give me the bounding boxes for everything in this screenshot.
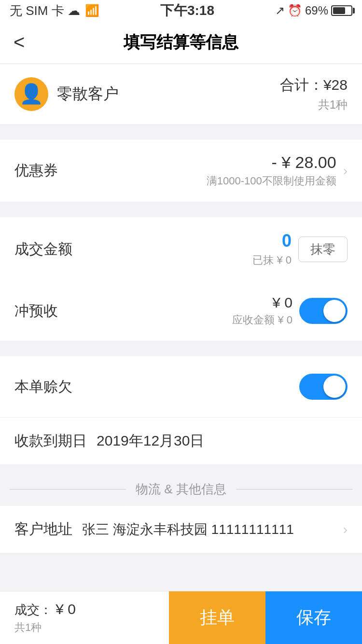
transaction-value-block: 0 已抹 ¥ 0 xyxy=(252,231,292,267)
coupon-label: 优惠券 xyxy=(14,161,58,181)
total-count: 共1种 xyxy=(280,97,348,112)
bottom-deal-amount: ¥ 0 xyxy=(56,601,76,617)
coupon-value-block: - ¥ 28.00 满1000-100不限制使用金额 xyxy=(207,153,336,188)
coupon-row[interactable]: 优惠券 - ¥ 28.00 满1000-100不限制使用金额 › xyxy=(0,140,362,202)
nav-bar: < 填写结算等信息 xyxy=(0,21,362,64)
debt-toggle[interactable] xyxy=(299,374,348,400)
logistics-label: 物流 & 其他信息 xyxy=(136,481,226,498)
hold-button[interactable]: 挂单 xyxy=(169,591,265,644)
back-button[interactable]: < xyxy=(14,31,25,53)
sim-label: 无 SIM 卡 ☁ xyxy=(10,2,80,19)
address-value: 张三 海淀永丰科技园 11111111111 xyxy=(82,520,343,539)
debt-section: 本单赊欠 收款到期日 2019年12月30日 xyxy=(0,356,362,464)
prepay-values: ¥ 0 应收金额 ¥ 0 xyxy=(232,294,292,327)
bottom-info: 成交： ¥ 0 共1种 xyxy=(0,601,169,635)
customer-left: 👤 零散客户 xyxy=(14,77,119,111)
avatar: 👤 xyxy=(14,77,48,111)
main-content: 👤 零散客户 合计：¥28 共1种 优惠券 - ¥ 28.00 满1000-10… xyxy=(0,64,362,644)
transaction-sub: 已抹 ¥ 0 xyxy=(252,253,292,267)
status-time: 下午3:18 xyxy=(160,1,214,20)
divider-1 xyxy=(0,132,362,140)
battery-icon xyxy=(331,5,352,16)
bottom-deal-label: 成交： xyxy=(14,602,52,617)
debt-toggle-circle xyxy=(323,376,346,398)
battery-fill xyxy=(333,7,345,14)
bottom-count: 共1种 xyxy=(14,620,154,635)
chevron-right-icon: › xyxy=(343,163,348,179)
transaction-row: 成交金额 0 已抹 ¥ 0 抹零 xyxy=(0,217,362,281)
save-button[interactable]: 保存 xyxy=(265,591,362,644)
coupon-right: - ¥ 28.00 满1000-100不限制使用金额 › xyxy=(207,153,348,188)
round-button[interactable]: 抹零 xyxy=(298,237,348,262)
status-bar: 无 SIM 卡 ☁ 📶 下午3:18 ↗ ⏰ 69% xyxy=(0,0,362,21)
customer-name: 零散客户 xyxy=(57,84,119,105)
address-section: 客户地址 张三 海淀永丰科技园 11111111111 › xyxy=(0,506,362,553)
transaction-label: 成交金额 xyxy=(14,239,72,259)
avatar-icon: 👤 xyxy=(19,83,43,105)
battery-percent: 69% xyxy=(305,4,328,17)
transaction-section: 成交金额 0 已抹 ¥ 0 抹零 冲预收 ¥ 0 应收金额 ¥ 0 xyxy=(0,217,362,341)
prepay-desc: 应收金额 ¥ 0 xyxy=(232,313,292,327)
location-icon: ↗ xyxy=(275,4,285,17)
logistics-divider: 物流 & 其他信息 xyxy=(0,472,362,506)
prepay-amount: ¥ 0 xyxy=(232,294,292,311)
coupon-amount: - ¥ 28.00 xyxy=(207,153,336,172)
prepay-label: 冲预收 xyxy=(14,301,58,321)
prepay-right: ¥ 0 应收金额 ¥ 0 xyxy=(232,294,348,327)
due-date-value: 2019年12月30日 xyxy=(97,431,204,451)
customer-right: 合计：¥28 共1种 xyxy=(280,75,348,112)
coupon-desc: 满1000-100不限制使用金额 xyxy=(207,174,336,188)
transaction-value[interactable]: 0 xyxy=(252,231,292,251)
divider-3 xyxy=(0,349,362,356)
address-row[interactable]: 客户地址 张三 海淀永丰科技园 11111111111 › xyxy=(0,506,362,553)
total-price: 合计：¥28 xyxy=(280,75,348,95)
status-right: ↗ ⏰ 69% xyxy=(275,4,352,17)
prepay-toggle[interactable] xyxy=(299,298,348,324)
coupon-section: 优惠券 - ¥ 28.00 满1000-100不限制使用金额 › xyxy=(0,140,362,202)
alarm-icon: ⏰ xyxy=(288,4,302,17)
bottom-bar: 成交： ¥ 0 共1种 挂单 保存 xyxy=(0,591,362,644)
toggle-circle xyxy=(323,300,346,322)
debt-row: 本单赊欠 xyxy=(0,356,362,418)
debt-label: 本单赊欠 xyxy=(14,377,72,397)
bottom-deal: 成交： ¥ 0 xyxy=(14,601,154,618)
customer-section: 👤 零散客户 合计：¥28 共1种 xyxy=(0,64,362,124)
address-chevron-icon: › xyxy=(343,522,348,537)
address-label: 客户地址 xyxy=(14,519,72,539)
due-date-row[interactable]: 收款到期日 2019年12月30日 xyxy=(0,418,362,464)
transaction-right: 0 已抹 ¥ 0 抹零 xyxy=(252,231,348,267)
wifi-icon: 📶 xyxy=(85,4,99,17)
page-title: 填写结算等信息 xyxy=(124,31,238,54)
due-date-label: 收款到期日 xyxy=(14,431,87,451)
divider-2 xyxy=(0,210,362,217)
status-left: 无 SIM 卡 ☁ 📶 xyxy=(10,2,99,19)
prepay-row: 冲预收 ¥ 0 应收金额 ¥ 0 xyxy=(0,281,362,341)
